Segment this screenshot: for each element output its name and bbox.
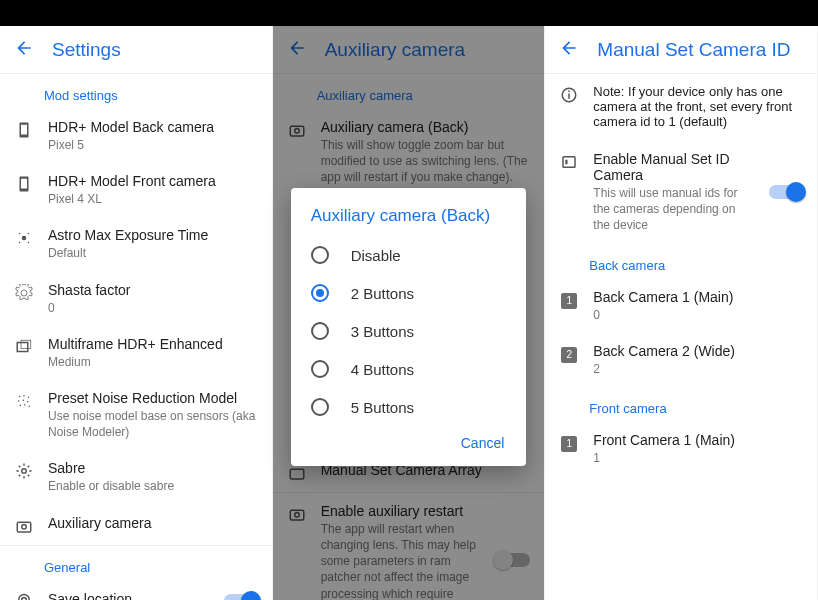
row-sub: Use noise model base on sensors (aka Noi… — [48, 408, 258, 440]
row-save-location[interactable]: Save location — [0, 581, 272, 601]
row-enable-manual[interactable]: Enable Manual Set ID CameraThis will use… — [545, 141, 817, 244]
radio-option[interactable]: 2 Buttons — [297, 274, 521, 312]
row-back-cam-2[interactable]: 2 Back Camera 2 (Wide)2 — [545, 333, 817, 387]
radio-label: Disable — [351, 247, 401, 264]
row-sub: 0 — [593, 307, 803, 323]
row-sub: Pixel 5 — [48, 137, 258, 153]
row-title: Sabre — [48, 460, 258, 476]
svg-point-3 — [19, 242, 21, 244]
row-multiframe[interactable]: Multiframe HDR+ EnhancedMedium — [0, 326, 272, 380]
radio-icon — [311, 284, 329, 302]
row-front-cam-1[interactable]: 1 Front Camera 1 (Main)1 — [545, 422, 817, 476]
row-note: Note: If your device only has one camera… — [545, 74, 817, 141]
row-back-cam-1[interactable]: 1 Back Camera 1 (Main)0 — [545, 279, 817, 333]
radio-icon — [311, 398, 329, 416]
svg-rect-25 — [569, 94, 571, 99]
row-noise-model[interactable]: Preset Noise Reduction ModelUse noise mo… — [0, 380, 272, 450]
pane-manual-id: Manual Set Camera ID Note: If your devic… — [545, 0, 818, 600]
gear-icon — [14, 282, 34, 302]
svg-point-11 — [23, 399, 25, 401]
radio-option[interactable]: 3 Buttons — [297, 312, 521, 350]
row-shasta[interactable]: Shasta factor0 — [0, 272, 272, 326]
row-sub: This will use manual ids for the cameras… — [593, 185, 755, 234]
row-sabre[interactable]: SabreEnable or disable sabre — [0, 450, 272, 504]
pane-settings: Settings Mod settings HDR+ Model Back ca… — [0, 0, 273, 600]
radio-label: 4 Buttons — [351, 361, 414, 378]
section-general: General — [0, 546, 272, 581]
note-text: Note: If your device only has one camera… — [593, 84, 803, 129]
toggle-enable-manual[interactable] — [769, 185, 803, 199]
row-title: Back Camera 2 (Wide) — [593, 343, 803, 359]
timer-icon — [14, 227, 34, 247]
phone-icon — [14, 119, 34, 139]
camera-icon — [14, 515, 34, 535]
pane-aux-camera: Auxiliary camera Auxiliary camera Auxili… — [273, 0, 546, 600]
svg-rect-6 — [21, 340, 31, 348]
radio-option[interactable]: 4 Buttons — [297, 350, 521, 388]
back-icon[interactable] — [14, 38, 34, 61]
row-title: Astro Max Exposure Time — [48, 227, 258, 243]
badge-icon: 1 — [561, 293, 577, 309]
header: Manual Set Camera ID — [545, 26, 817, 73]
phone-icon — [14, 173, 34, 193]
svg-point-7 — [19, 396, 21, 398]
dialog-aux-back: Auxiliary camera (Back) Disable 2 Button… — [291, 188, 527, 466]
row-sub: 2 — [593, 361, 803, 377]
svg-point-1 — [19, 233, 21, 235]
radio-icon — [311, 360, 329, 378]
location-icon — [14, 591, 34, 601]
radio-icon — [311, 322, 329, 340]
row-hdr-back[interactable]: HDR+ Model Back cameraPixel 5 — [0, 109, 272, 163]
row-title: Preset Noise Reduction Model — [48, 390, 258, 406]
row-title: Multiframe HDR+ Enhanced — [48, 336, 258, 352]
row-sub: Default — [48, 245, 258, 261]
row-title: Shasta factor — [48, 282, 258, 298]
svg-point-13 — [20, 405, 22, 407]
svg-point-10 — [18, 400, 20, 402]
back-icon[interactable] — [559, 38, 579, 61]
radio-icon — [311, 246, 329, 264]
row-aux-camera[interactable]: Auxiliary camera — [0, 505, 272, 545]
frames-icon — [14, 336, 34, 356]
row-astro[interactable]: Astro Max Exposure TimeDefault — [0, 217, 272, 271]
svg-rect-17 — [17, 522, 31, 532]
row-title: Save location — [48, 591, 210, 601]
svg-point-12 — [27, 401, 29, 403]
info-icon — [559, 84, 579, 104]
toggle-save-location[interactable] — [224, 594, 258, 601]
gear-icon — [14, 460, 34, 480]
radio-label: 3 Buttons — [351, 323, 414, 340]
svg-point-16 — [22, 469, 27, 474]
page-title: Manual Set Camera ID — [597, 39, 790, 61]
section-front-camera: Front camera — [545, 387, 817, 422]
radio-label: 2 Buttons — [351, 285, 414, 302]
section-back-camera: Back camera — [545, 244, 817, 279]
row-title: HDR+ Model Back camera — [48, 119, 258, 135]
noise-icon — [14, 390, 34, 410]
cancel-button[interactable]: Cancel — [461, 435, 505, 451]
row-sub: Pixel 4 XL — [48, 191, 258, 207]
row-hdr-front[interactable]: HDR+ Model Front cameraPixel 4 XL — [0, 163, 272, 217]
svg-rect-5 — [17, 342, 28, 351]
id-icon — [559, 151, 579, 171]
radio-option[interactable]: 5 Buttons — [297, 388, 521, 426]
row-title: Enable Manual Set ID Camera — [593, 151, 755, 183]
row-title: Auxiliary camera — [48, 515, 258, 531]
page-title: Settings — [52, 39, 121, 61]
svg-rect-28 — [566, 160, 568, 165]
row-title: Back Camera 1 (Main) — [593, 289, 803, 305]
row-title: HDR+ Model Front camera — [48, 173, 258, 189]
row-sub: Enable or disable sabre — [48, 478, 258, 494]
dialog-title: Auxiliary camera (Back) — [297, 206, 521, 236]
row-sub: Medium — [48, 354, 258, 370]
radio-option[interactable]: Disable — [297, 236, 521, 274]
svg-point-8 — [23, 395, 25, 397]
header: Settings — [0, 26, 272, 73]
section-mod-settings: Mod settings — [0, 74, 272, 109]
row-sub: 1 — [593, 450, 803, 466]
svg-point-2 — [28, 233, 30, 235]
svg-point-18 — [22, 524, 27, 529]
radio-label: 5 Buttons — [351, 399, 414, 416]
svg-rect-27 — [563, 157, 575, 168]
svg-point-0 — [22, 236, 27, 241]
